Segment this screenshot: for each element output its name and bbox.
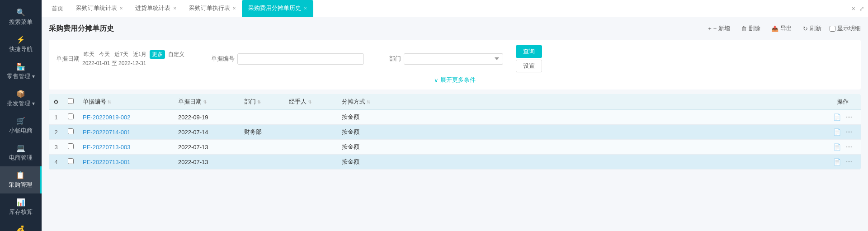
table-row: 1 PE-20220919-002 2022-09-19 按金额 📄 ⋯ [49,110,861,125]
th-method[interactable]: 分摊方式 ⇅ [337,94,825,110]
search-icon: 🔍 [2,8,40,17]
more-icon-3[interactable]: ⋯ [844,157,854,166]
tab-maximize-icon[interactable]: ⤢ [859,5,864,12]
cell-check-0 [63,110,78,125]
doc-no-link-2[interactable]: PE-20220713-003 [83,144,131,151]
shortcut-yesterday[interactable]: 昨天 [82,50,96,59]
query-button[interactable]: 查询 [516,45,542,58]
tab-close-all-icon[interactable]: × [852,5,855,12]
row-checkbox-1[interactable] [68,128,74,134]
sort-handler-icon: ⇅ [308,99,311,104]
sort-date[interactable]: 单据日期 ⇅ [178,98,235,106]
filter-date: 单据日期 昨天 今天 近7天 近1月 更多 自定义 2022-01-01 至 2… [56,50,186,67]
cell-no-2: 3 [49,140,63,155]
setting-button[interactable]: 设置 [516,60,542,72]
more-icon-1[interactable]: ⋯ [844,127,854,137]
sidebar-item-ecommerce-small[interactable]: 🛒 小畅电商 [0,112,42,139]
tab-purchase-order-stats[interactable]: 采购订单统计表 × [70,0,129,17]
shortcut-1month[interactable]: 近1月 [132,50,148,59]
th-doc-no[interactable]: 单据编号 ⇅ [78,94,174,110]
th-date[interactable]: 单据日期 ⇅ [174,94,239,110]
shortcut-custom[interactable]: 自定义 [167,50,186,59]
th-checkbox [63,94,78,110]
add-icon: + [708,25,712,32]
select-all-checkbox[interactable] [68,98,74,104]
sidebar-item-purchase[interactable]: 📋 采购管理 [0,166,42,193]
th-dept[interactable]: 部门 ⇅ [240,94,284,110]
cell-doc-no-3: PE-20220713-001 [78,155,174,170]
row-checkbox-3[interactable] [68,158,74,164]
cell-no-3: 4 [49,155,63,170]
refresh-button[interactable]: ↻ 刷新 [800,23,824,34]
purchase-icon: 📋 [2,171,38,179]
sidebar-item-finance[interactable]: 💰 资金管理 [0,221,42,231]
cell-handler-3 [284,155,338,170]
refresh-icon: ↻ [803,25,808,32]
sort-method[interactable]: 分摊方式 ⇅ [342,98,820,106]
dept-label: 部门 [389,55,401,63]
export-icon: 📤 [771,25,778,32]
show-columns-input[interactable] [830,26,835,32]
shortcut-today[interactable]: 今天 [98,50,111,59]
data-table: ⚙ 单据编号 ⇅ 单据日期 [49,94,861,170]
row-checkbox-2[interactable] [68,143,74,149]
cell-op-3: 📄 ⋯ [825,155,861,170]
shortcut-more[interactable]: 更多 [150,50,165,59]
delete-icon: 🗑 [741,25,747,32]
sort-dept[interactable]: 部门 ⇅ [244,98,280,106]
sidebar-item-wholesale[interactable]: 📦 批发管理 ▾ [0,85,42,112]
edit-icon-2[interactable]: 📄 [831,142,843,151]
doc-no-link-1[interactable]: PE-20220714-001 [83,129,131,136]
tab-purchase-order-exec[interactable]: 采购订单执行表 × [183,0,242,17]
th-operation: 操作 [825,94,861,110]
table-row: 2 PE-20220714-001 2022-07-14 财务部 按金额 📄 ⋯ [49,125,861,140]
inventory-icon: 📊 [2,198,40,207]
doc-no-link-3[interactable]: PE-20220713-001 [83,159,131,165]
more-icon-2[interactable]: ⋯ [844,142,854,151]
sidebar-item-inventory[interactable]: 📊 库存核算 [0,193,42,221]
cell-dept-0 [240,110,284,125]
cell-date-3: 2022-07-13 [174,155,239,170]
tab-close-goods-stats[interactable]: × [173,5,176,11]
more-icon-0[interactable]: ⋯ [844,113,854,122]
finance-icon: 💰 [2,225,40,231]
cell-method-2: 按金额 [337,140,825,155]
edit-icon-3[interactable]: 📄 [831,157,843,166]
toolbar: + + 新增 🗑 删除 📤 导出 ↻ 刷新 显示明细 [705,23,861,34]
cell-doc-no-2: PE-20220713-003 [78,140,174,155]
tab-close-cost-history[interactable]: × [304,5,307,11]
sidebar-item-ecommerce[interactable]: 💻 电商管理 [0,139,42,166]
th-handler[interactable]: 经手人 ⇅ [284,94,338,110]
dept-select[interactable] [404,53,503,65]
sort-doc-no-icon: ⇅ [108,99,111,104]
column-settings-icon[interactable]: ⚙ [53,99,59,105]
show-columns-checkbox[interactable]: 显示明细 [830,24,861,33]
tab-close-purchase-order-exec[interactable]: × [233,5,236,11]
shortcut-7days[interactable]: 近7天 [113,50,130,59]
cell-dept-3 [240,155,284,170]
main-area: 首页 采购订单统计表 × 进货单统计表 × 采购订单执行表 × 采购费用分摊单历… [42,0,868,231]
cell-op-1: 📄 ⋯ [825,125,861,140]
add-button[interactable]: + + 新增 [705,23,733,34]
th-settings[interactable]: ⚙ [49,94,63,110]
export-button[interactable]: 📤 导出 [769,23,795,34]
cell-method-1: 按金额 [337,125,825,140]
sort-doc-no[interactable]: 单据编号 ⇅ [83,98,169,106]
cell-check-2 [63,140,78,155]
edit-icon-1[interactable]: 📄 [831,127,843,137]
doc-no-link-0[interactable]: PE-20220919-002 [83,114,131,121]
expand-more-btn[interactable]: ∨ 展开更多条件 [56,76,854,84]
edit-icon-0[interactable]: 📄 [831,113,843,122]
row-checkbox-0[interactable] [68,113,74,119]
tab-goods-stats[interactable]: 进货单统计表 × [129,0,182,17]
delete-button[interactable]: 🗑 删除 [738,23,763,34]
sort-handler[interactable]: 经手人 ⇅ [289,98,333,106]
sidebar-item-quicknav[interactable]: ⚡ 快捷导航 [0,31,42,58]
tab-close-purchase-order-stats[interactable]: × [120,5,123,11]
tab-home[interactable]: 首页 [45,0,70,17]
tab-cost-history[interactable]: 采购费用分摊单历史 × [242,0,313,17]
sidebar-item-search[interactable]: 🔍 搜索菜单 [0,4,42,31]
doc-no-input[interactable] [237,53,364,65]
page-title-bar: 采购费用分摊单历史 + + 新增 🗑 删除 📤 导出 ↻ 刷新 [49,23,861,34]
sidebar-item-retail[interactable]: 🏪 零售管理 ▾ [0,58,42,85]
